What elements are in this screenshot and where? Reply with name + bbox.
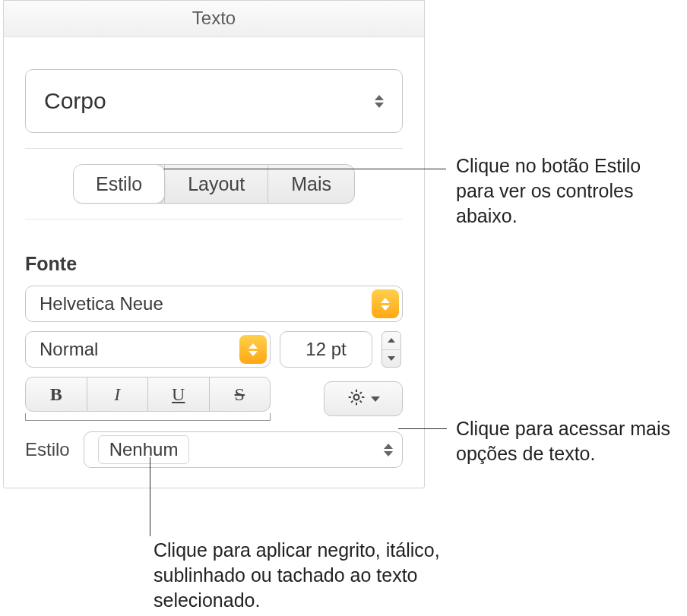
chevron-up-down-icon — [375, 95, 384, 108]
paragraph-style-value: Corpo — [44, 88, 106, 114]
bold-button[interactable]: B — [26, 377, 87, 411]
font-size-increase[interactable] — [382, 332, 400, 349]
callout-tabs: Clique no botão Estilo para ver os contr… — [456, 153, 676, 229]
underline-button[interactable]: U — [147, 377, 209, 411]
font-section: Fonte Helvetica Neue Normal 12 pt B I — [4, 220, 424, 488]
text-format-panel: Texto Corpo Estilo Layout Mais Fonte Hel… — [3, 0, 425, 488]
paragraph-style-section: Corpo — [4, 37, 424, 133]
tab-layout[interactable]: Layout — [164, 165, 268, 203]
callout-biu: Clique para aplicar negrito, itálico, su… — [154, 538, 442, 613]
font-family-value: Helvetica Neue — [40, 293, 163, 314]
callout-connector — [398, 428, 447, 429]
chevron-up-down-icon — [384, 444, 393, 456]
tab-style[interactable]: Estilo — [73, 164, 165, 204]
strikethrough-button[interactable]: S — [209, 377, 271, 411]
font-style-segmented: B I U S — [25, 377, 271, 412]
panel-title: Texto — [4, 1, 424, 37]
dropdown-handle-icon — [239, 335, 267, 364]
character-style-value: Nenhum — [98, 435, 190, 464]
callout-bracket — [25, 413, 271, 421]
advanced-options-button[interactable] — [324, 381, 403, 416]
chevron-down-icon — [371, 396, 380, 402]
tabs-section: Estilo Layout Mais — [4, 149, 424, 204]
character-style-select[interactable]: Nenhum — [84, 431, 403, 468]
font-size-value: 12 pt — [306, 339, 346, 360]
font-weight-value: Normal — [40, 339, 98, 360]
character-style-label: Estilo — [25, 439, 70, 460]
character-style-row: Estilo Nenhum — [25, 431, 403, 488]
paragraph-style-select[interactable]: Corpo — [25, 69, 403, 133]
font-size-field[interactable]: 12 pt — [280, 331, 372, 368]
tab-more[interactable]: Mais — [268, 165, 354, 203]
font-weight-select[interactable]: Normal — [25, 331, 271, 368]
dropdown-handle-icon — [372, 289, 399, 318]
font-size-decrease[interactable] — [382, 349, 400, 368]
callout-connector — [150, 457, 150, 536]
font-family-select[interactable]: Helvetica Neue — [25, 286, 403, 322]
font-group-label: Fonte — [25, 253, 403, 275]
font-size-stepper — [381, 331, 401, 368]
gear-icon — [347, 387, 366, 410]
svg-point-0 — [354, 395, 359, 400]
format-tabs: Estilo Layout Mais — [73, 164, 355, 204]
italic-button[interactable]: I — [87, 377, 148, 411]
callout-gear: Clique para acessar mais opções de texto… — [456, 416, 676, 466]
